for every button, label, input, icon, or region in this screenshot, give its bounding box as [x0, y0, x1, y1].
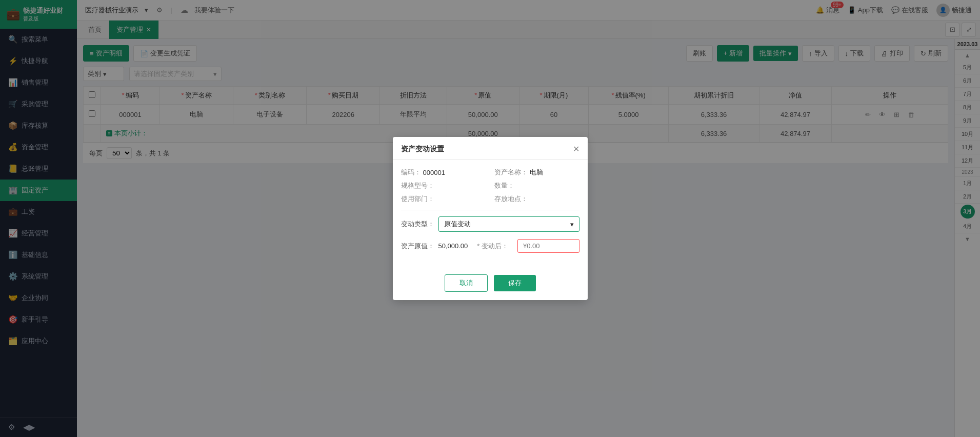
- dialog-spec: 规格型号：: [401, 181, 486, 190]
- modal-overlay: 资产变动设置 ✕ 编码： 000001 资产名称： 电脑 规格型号： 数量：: [0, 0, 980, 437]
- dialog-asset-value-row: 资产原值： 50,000.00 * 变动后：: [401, 239, 579, 253]
- dialog-body: 编码： 000001 资产名称： 电脑 规格型号： 数量： 使用部门：: [393, 160, 588, 268]
- dialog-change-type-row: 变动类型： 原值变动 ▾: [401, 216, 579, 232]
- after-value-input[interactable]: [517, 239, 579, 253]
- dialog-divider: [401, 210, 579, 210]
- change-type-select[interactable]: 原值变动 ▾: [438, 216, 579, 232]
- asset-change-dialog: 资产变动设置 ✕ 编码： 000001 资产名称： 电脑 规格型号： 数量：: [393, 137, 588, 300]
- change-type-label: 变动类型：: [401, 220, 434, 229]
- dialog-asset-name: 资产名称： 电脑: [494, 168, 579, 177]
- dialog-code-value: 000001: [423, 169, 445, 176]
- dialog-code: 编码： 000001: [401, 168, 486, 177]
- asset-value-label: 资产原值：: [401, 242, 434, 251]
- change-type-chevron-icon: ▾: [570, 221, 574, 228]
- dialog-name-value: 电脑: [530, 168, 543, 177]
- cancel-button[interactable]: 取消: [445, 274, 488, 292]
- dialog-location: 存放地点：: [494, 194, 579, 204]
- dialog-header: 资产变动设置 ✕: [393, 137, 588, 160]
- dialog-info-grid: 编码： 000001 资产名称： 电脑 规格型号： 数量： 使用部门：: [401, 168, 579, 204]
- change-type-value: 原值变动: [444, 220, 471, 229]
- dialog-footer: 取消 保存: [393, 268, 588, 300]
- asset-value-display: 50,000.00: [438, 242, 468, 250]
- dialog-title: 资产变动设置: [401, 145, 444, 154]
- after-label: * 变动后：: [477, 242, 508, 251]
- dialog-dept: 使用部门：: [401, 194, 486, 204]
- dialog-close-icon[interactable]: ✕: [573, 144, 579, 154]
- save-button[interactable]: 保存: [494, 275, 536, 291]
- dialog-qty: 数量：: [494, 181, 579, 190]
